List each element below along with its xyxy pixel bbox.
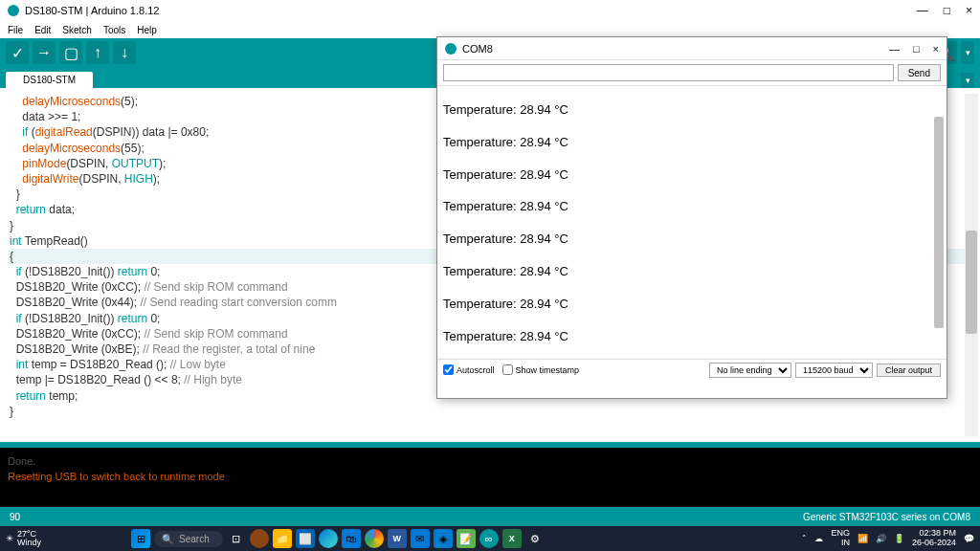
notepad-icon[interactable]: 📝 xyxy=(457,529,476,548)
serial-output-line: Temperature: 28.94 °C xyxy=(443,288,941,320)
console-line: Resetting USB to switch back to runtime … xyxy=(8,471,972,482)
serial-minimize-button[interactable]: — xyxy=(889,43,900,55)
menu-sketch[interactable]: Sketch xyxy=(62,25,92,35)
taskbar-search[interactable]: 🔍 Search xyxy=(154,531,223,547)
autoscroll-checkbox[interactable]: Autoscroll xyxy=(443,364,495,375)
mail-icon[interactable]: ✉ xyxy=(411,529,430,548)
wifi-icon[interactable]: 📶 xyxy=(858,534,868,543)
toolbar-dropdown[interactable]: ▾ xyxy=(961,41,974,64)
weather-desc: Windy xyxy=(17,539,41,547)
console-line: Done. xyxy=(8,455,972,467)
line-number: 90 xyxy=(10,512,20,522)
weather-widget[interactable]: ☀ 27°C Windy xyxy=(6,530,51,547)
menu-file[interactable]: File xyxy=(8,25,23,35)
serial-maximize-button[interactable]: □ xyxy=(913,43,920,55)
serial-output-line: Temperature: 28.94 °C xyxy=(443,255,941,288)
serial-output-line: Temperature: 28.94 °C xyxy=(443,320,941,353)
app-icon[interactable]: ⬜ xyxy=(296,529,315,548)
line-ending-select[interactable]: No line ending xyxy=(709,363,791,378)
serial-output[interactable]: Temperature: 28.94 °CTemperature: 28.94 … xyxy=(437,86,947,359)
cloud-icon[interactable]: ☁ xyxy=(814,534,823,543)
scrollbar-thumb[interactable] xyxy=(966,231,977,333)
serial-output-line: Temperature: 28.94 °C xyxy=(443,159,941,191)
window-title: DS180-STM | Arduino 1.8.12 xyxy=(25,5,159,16)
notification-icon[interactable]: 💬 xyxy=(964,534,974,543)
volume-icon[interactable]: 🔊 xyxy=(876,534,886,543)
menu-tools[interactable]: Tools xyxy=(103,25,125,35)
tab-menu-button[interactable]: ▾ xyxy=(961,73,974,88)
excel-icon[interactable]: X xyxy=(502,529,522,548)
minimize-button[interactable]: — xyxy=(917,4,928,17)
vscode-icon[interactable]: ◈ xyxy=(434,529,453,548)
maximize-button[interactable]: □ xyxy=(944,4,950,17)
editor-scrollbar[interactable] xyxy=(965,94,978,436)
serial-output-line: Temperature: 28.94 °C xyxy=(443,126,941,159)
serial-output-line: Temperature: 28.94 °C xyxy=(443,94,941,126)
start-button[interactable]: ⊞ xyxy=(131,529,150,548)
serial-titlebar[interactable]: COM8 — □ × xyxy=(437,37,947,60)
chrome-icon[interactable] xyxy=(365,529,384,548)
arduino-taskbar-icon[interactable]: ∞ xyxy=(479,529,499,548)
word-icon[interactable]: W xyxy=(388,529,407,548)
tab-sketch[interactable]: DS180-STM xyxy=(6,72,93,88)
task-view-icon[interactable]: ⊡ xyxy=(227,529,246,548)
serial-output-line: Temperature: 29.00 °C xyxy=(443,352,941,359)
explorer-icon[interactable]: 📁 xyxy=(273,529,292,548)
window-titlebar: DS180-STM | Arduino 1.8.12 — □ × xyxy=(0,0,980,21)
serial-footer: Autoscroll Show timestamp No line ending… xyxy=(437,359,947,380)
menu-edit[interactable]: Edit xyxy=(34,25,51,35)
copilot-icon[interactable] xyxy=(250,529,269,548)
upload-button[interactable]: → xyxy=(33,41,56,64)
timestamp-checkbox[interactable]: Show timestamp xyxy=(502,364,580,375)
windows-taskbar: ☀ 27°C Windy ⊞ 🔍 Search ⊡ 📁 ⬜ 🛍 W ✉ ◈ 📝 … xyxy=(0,526,980,551)
baud-select[interactable]: 115200 baud xyxy=(795,363,873,378)
serial-title: COM8 xyxy=(462,43,493,55)
clear-output-button[interactable]: Clear output xyxy=(877,364,941,377)
clock[interactable]: 02:38 PM 26-06-2024 xyxy=(912,529,956,548)
arduino-icon xyxy=(8,5,19,16)
sun-icon: ☀ xyxy=(6,535,13,543)
new-button[interactable]: ▢ xyxy=(59,41,82,64)
output-console: Done. Resetting USB to switch back to ru… xyxy=(0,448,980,507)
status-bar: 90 Generic STM32F103C series on COM8 xyxy=(0,507,980,526)
serial-monitor-window: COM8 — □ × Send Temperature: 28.94 °CTem… xyxy=(436,36,947,399)
board-info: Generic STM32F103C series on COM8 xyxy=(803,512,970,522)
language-indicator[interactable]: ENG IN xyxy=(831,529,850,548)
open-button[interactable]: ↑ xyxy=(86,41,109,64)
save-button[interactable]: ↓ xyxy=(113,41,136,64)
settings-icon[interactable]: ⚙ xyxy=(525,529,545,548)
menu-help[interactable]: Help xyxy=(137,25,157,35)
serial-close-button[interactable]: × xyxy=(933,43,939,55)
code-line: } xyxy=(10,404,970,419)
search-icon: 🔍 xyxy=(162,534,173,544)
send-button[interactable]: Send xyxy=(898,64,941,81)
serial-input[interactable] xyxy=(443,64,894,81)
serial-output-line: Temperature: 28.94 °C xyxy=(443,190,941,223)
chevron-up-icon[interactable]: ˄ xyxy=(802,534,807,543)
arduino-icon xyxy=(445,43,457,55)
close-button[interactable]: × xyxy=(966,4,972,17)
serial-scrollbar[interactable] xyxy=(933,90,945,355)
battery-icon[interactable]: 🔋 xyxy=(894,534,904,543)
serial-scrollbar-thumb[interactable] xyxy=(934,117,944,329)
serial-output-line: Temperature: 28.94 °C xyxy=(443,223,941,255)
store-icon[interactable]: 🛍 xyxy=(342,529,361,548)
verify-button[interactable]: ✓ xyxy=(6,41,29,64)
edge-icon[interactable] xyxy=(319,529,338,548)
